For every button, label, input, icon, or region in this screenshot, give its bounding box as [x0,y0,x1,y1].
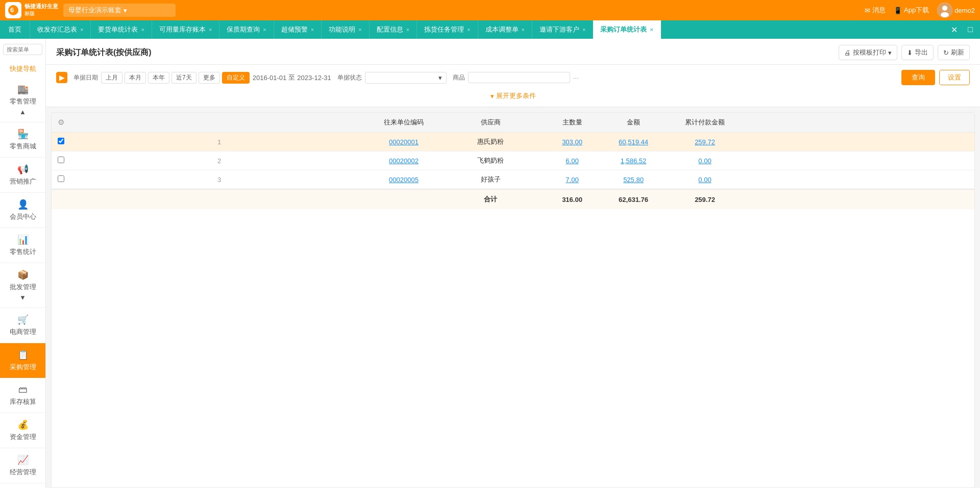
more-icon[interactable]: ··· [573,74,579,82]
sidebar-item-retail-stats[interactable]: 📊 零售统计 [0,228,45,263]
template-print-btn[interactable]: 🖨 按模板打印 ▾ [839,45,897,60]
sidebar-item-inventory-check[interactable]: 🗃 库存核算 [0,378,45,413]
footer-paid-amount: 259.72 [664,189,746,209]
tab-label: 配置信息 [377,25,403,34]
extra-cell [746,151,974,170]
close-icon[interactable]: × [467,27,470,33]
qty-link[interactable]: 303.00 [562,138,582,146]
supplier-code-link[interactable]: 00020005 [389,176,419,184]
close-icon[interactable]: × [263,27,266,33]
row-select-checkbox[interactable] [58,138,64,144]
workspace-selector[interactable]: 母婴行业演示账套 ▾ [63,4,176,17]
avatar [937,3,952,18]
amount-link[interactable]: 525.80 [623,176,644,184]
date-btn-custom[interactable]: 自定义 [222,72,250,84]
date-label: 单据日期 [74,73,98,82]
sidebar-item-wholesale-mgmt[interactable]: 📦 批发管理 ▼ [0,263,45,308]
tab-label: 拣货任务管理 [424,25,464,34]
sidebar-item-ecommerce-mgmt[interactable]: 🛒 电商管理 [0,308,45,343]
sidebar-item-basic-info[interactable]: ℹ 基础信息 [0,483,45,488]
close-icon[interactable]: × [358,27,361,33]
status-select[interactable]: ▾ [365,72,447,84]
qty-link[interactable]: 7.00 [566,176,578,184]
tab-function-desc[interactable]: 功能说明 × [322,20,369,39]
paid-amount-cell: 259.72 [664,133,746,151]
sidebar-item-operation-mgmt[interactable]: 📈 经营管理 [0,448,45,483]
message-btn[interactable]: ✉ 消息 [865,6,886,15]
date-from: 2016-01-01 [253,74,287,82]
date-btn-this-month[interactable]: 本月 [125,72,146,84]
row-checkbox[interactable] [52,170,70,190]
sidebar-item-retail-mgmt[interactable]: 🏬 零售管理 ▲ [0,78,45,122]
tab-pickup-task[interactable]: 拣货任务管理 × [417,20,478,39]
close-icon[interactable]: × [406,27,409,33]
qty-link[interactable]: 6.00 [566,157,578,165]
chevron-down-icon: ▲ [19,108,26,116]
sidebar-item-retail-shop[interactable]: 🏪 零售商城 [0,122,45,158]
tab-purchase-order-summary[interactable]: 采购订单统计表 × [593,20,660,39]
window-restore-btn[interactable]: □ [965,24,976,35]
sidebar-item-purchase-mgmt[interactable]: 📋 采购管理 [0,343,45,378]
sidebar-item-finance-mgmt[interactable]: 💰 资金管理 [0,413,45,448]
search-btn[interactable]: 查询 [901,70,935,85]
column-settings-icon[interactable]: ⚙ [58,118,64,126]
logo: 6 畅捷通好生意 标版 [5,2,58,18]
date-btn-this-year[interactable]: 本年 [148,72,169,84]
amount-link[interactable]: 1,586.52 [621,157,647,165]
row-checkbox[interactable] [52,133,70,151]
user-profile[interactable]: demo2 [937,3,975,18]
goods-input[interactable] [468,72,570,83]
member-icon: 👤 [17,199,29,210]
date-btn-7days[interactable]: 近7天 [172,72,197,84]
close-icon[interactable]: × [80,27,83,33]
close-icon[interactable]: × [522,27,525,33]
supplier-code-link[interactable]: 00020001 [389,138,419,146]
export-btn[interactable]: ⬇ 导出 [901,45,934,60]
table-body: 1 00020001 惠氏奶粉 303.00 60,519.44 259.72 … [52,133,974,190]
close-icon[interactable]: × [141,27,144,33]
quick-nav-btn[interactable]: 快捷导航 [0,60,45,78]
search-input[interactable] [3,44,42,55]
top-right: ✉ 消息 📱 App下载 demo2 [865,3,975,18]
supplier-code-link[interactable]: 00020002 [389,157,419,165]
close-icon[interactable]: × [582,27,585,33]
table-row[interactable]: 2 00020002 飞鹤奶粉 6.00 1,586.52 0.00 [52,151,974,170]
sidebar-item-member-center[interactable]: 👤 会员中心 [0,193,45,228]
data-table: ⚙ 往来单位编码 供应商 主数量 金额 累计付款金额 1 [52,113,974,209]
tab-purchase-summary[interactable]: 要货单统计表 × [91,20,152,39]
filter-expand-arrow[interactable]: ▶ [56,72,67,83]
amount-link[interactable]: 60,519.44 [619,138,648,146]
inventory-icon: 🗃 [18,384,28,395]
row-select-checkbox[interactable] [58,157,64,163]
date-btn-last-month[interactable]: 上月 [101,72,122,84]
close-icon[interactable]: × [209,27,212,33]
phone-icon: 📱 [894,7,902,14]
close-icon[interactable]: × [650,27,653,33]
row-checkbox[interactable] [52,151,70,170]
sidebar-item-marketing[interactable]: 📢 营销推广 [0,158,45,193]
window-close-btn[interactable]: ✕ [948,24,961,36]
expand-more-btn[interactable]: ▾ 展开更多条件 [491,88,536,101]
paid-link[interactable]: 259.72 [695,138,715,146]
main-layout: 快捷导航 🏬 零售管理 ▲ 🏪 零售商城 📢 营销推广 👤 会员中心 📊 零售统… [0,39,980,488]
paid-link[interactable]: 0.00 [698,157,711,165]
row-select-checkbox[interactable] [58,175,64,182]
tab-home[interactable]: 首页 [0,20,30,39]
tab-receive-summary[interactable]: 收发存汇总表 × [30,20,91,39]
tab-config-info[interactable]: 配置信息 × [370,20,417,39]
refresh-btn[interactable]: ↻ 刷新 [938,45,970,60]
tab-inventory-book[interactable]: 可用量库存账本 × [152,20,219,39]
settings-btn[interactable]: 设置 [939,70,970,85]
supplier-code-cell: 00020001 [368,133,439,151]
app-download-btn[interactable]: 📱 App下载 [894,6,929,15]
tab-overstock-warning[interactable]: 超储预警 × [274,20,322,39]
table-row[interactable]: 1 00020001 惠氏奶粉 303.00 60,519.44 259.72 [52,133,974,151]
tab-invite-downstream[interactable]: 邀请下游客户 × [532,20,593,39]
tab-cost-adjust[interactable]: 成本调整单 × [478,20,532,39]
tab-label: 收发存汇总表 [37,25,77,34]
tab-validity-query[interactable]: 保质期查询 × [219,20,274,39]
paid-link[interactable]: 0.00 [698,176,711,184]
date-btn-more[interactable]: 更多 [199,72,220,84]
close-icon[interactable]: × [311,27,314,33]
table-row[interactable]: 3 00020005 好孩子 7.00 525.80 0.00 [52,170,974,190]
